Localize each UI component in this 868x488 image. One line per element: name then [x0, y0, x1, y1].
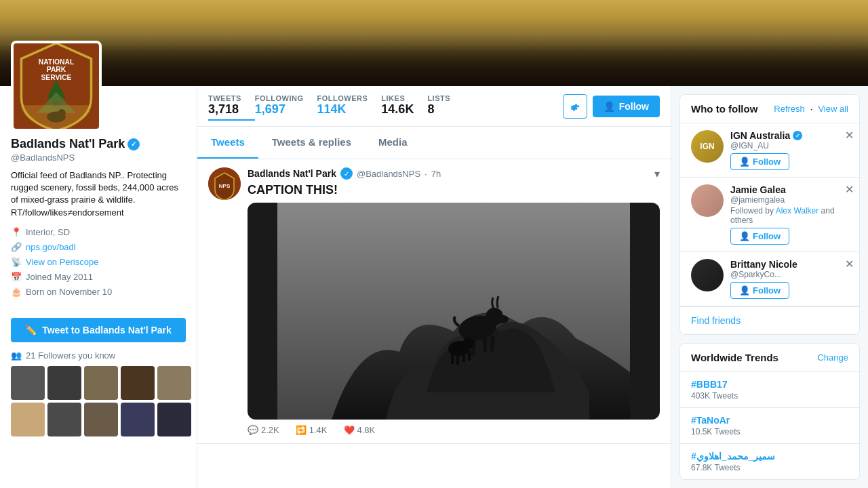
tweets-stat[interactable]: TWEETS 3,718 [208, 92, 255, 121]
trends-title: Worldwide Trends [691, 352, 778, 363]
alex-walker-link[interactable]: Alex Walker [776, 206, 819, 216]
app-container: NATIONAL PARK SERVICE [0, 0, 868, 488]
tweet-options-button[interactable]: ▾ [654, 167, 660, 180]
trend-item-arabic[interactable]: #سمير_محمد_اهلاوي 67.8K Tweets [680, 444, 859, 479]
lists-stat[interactable]: LISTS 8 [427, 92, 464, 121]
dismiss-ign-button[interactable]: ✕ [845, 129, 854, 142]
follower-thumb[interactable] [84, 366, 118, 400]
reply-icon: 💬 [248, 425, 258, 435]
find-friends-link[interactable]: Find friends [691, 315, 741, 326]
trend-item-bbb17[interactable]: #BBB17 403K Tweets [680, 372, 859, 408]
tweet-to-button[interactable]: ✏️ Tweet to Badlands Nat'l Park [11, 318, 186, 342]
tweet-text: CAPTION THIS! [248, 183, 660, 197]
profile-avatar: NATIONAL PARK SERVICE [11, 41, 102, 131]
brittany-name: Brittany Nicole [730, 259, 848, 270]
tweet-avatar-icon: NPS [208, 167, 241, 200]
follower-thumb[interactable] [121, 403, 155, 436]
view-all-link[interactable]: View all [818, 104, 848, 114]
location-icon: 📍 [11, 227, 22, 238]
who-to-follow-header: Who to follow Refresh · View all [680, 95, 859, 123]
profile-bio: Official feed of Badlands NP.. Protectin… [11, 169, 186, 219]
jamie-avatar[interactable] [691, 184, 724, 217]
svg-rect-22 [451, 353, 454, 364]
follower-thumb[interactable] [84, 403, 118, 436]
profile-info: Badlands Nat'l Park ✓ @BadlandsNPS Offic… [0, 131, 197, 310]
follower-thumb[interactable] [157, 403, 191, 436]
follow-suggestion-ign: IGN IGN Australia ✓ @IGN_AU 👤 Follow ✕ [680, 123, 859, 178]
followers-you-know: 👥 21 Followers you know [0, 350, 197, 436]
tab-tweets-replies[interactable]: Tweets & replies [258, 127, 365, 159]
birthday-icon: 🎂 [11, 287, 22, 298]
follower-thumb[interactable] [47, 403, 81, 436]
follow-main-button[interactable]: 👤 Follow [593, 96, 660, 117]
right-sidebar: Who to follow Refresh · View all IGN IGN… [671, 86, 868, 488]
link-icon: 🔗 [11, 242, 22, 253]
tweet-author-avatar[interactable]: NPS [208, 167, 241, 200]
follower-thumb[interactable] [11, 403, 45, 436]
tab-media[interactable]: Media [365, 127, 421, 159]
jamie-name: Jamie Galea [730, 184, 848, 195]
refresh-link[interactable]: Refresh [774, 104, 805, 114]
stats-bar: TWEETS 3,718 FOLLOWING 1,697 FOLLOWERS 1… [197, 86, 671, 127]
tweet-image[interactable] [248, 203, 660, 420]
brittany-handle: @SparkyCo... [730, 270, 848, 279]
svg-rect-23 [456, 354, 459, 365]
tweet-image-svg [248, 203, 660, 420]
birthday-item: 🎂 Born on November 10 [11, 287, 186, 298]
reply-action[interactable]: 💬 2.2K [248, 425, 279, 435]
brittany-avatar[interactable] [691, 259, 724, 291]
tab-tweets[interactable]: Tweets [197, 127, 258, 159]
trends-change-button[interactable]: Change [817, 352, 848, 363]
follow-jamie-button[interactable]: 👤 Follow [730, 228, 789, 245]
followers-stat[interactable]: FOLLOWERS 114K [317, 92, 382, 121]
trends-header: Worldwide Trends Change [680, 344, 859, 372]
who-to-follow-box: Who to follow Refresh · View all IGN IGN… [679, 94, 860, 335]
person-icon: 👥 [11, 350, 22, 361]
dismiss-brittany-button[interactable]: ✕ [845, 258, 854, 270]
follow-ign-button[interactable]: 👤 Follow [730, 153, 789, 170]
website-item[interactable]: 🔗 nps.gov/badl [11, 242, 186, 253]
tweet-header: Badlands Nat'l Park ✓ @BadlandsNPS · 7h … [248, 167, 660, 180]
follower-thumb[interactable] [47, 366, 81, 400]
verified-badge: ✓ [127, 138, 140, 150]
follower-thumb[interactable] [157, 366, 191, 400]
retweet-action[interactable]: 🔁 1.4K [296, 425, 328, 435]
retweet-icon: 🔁 [296, 425, 307, 435]
ign-avatar[interactable]: IGN [691, 130, 724, 163]
nps-logo-icon: NATIONAL PARK SERVICE [14, 41, 99, 131]
settings-button[interactable] [563, 94, 587, 119]
left-sidebar: NATIONAL PARK SERVICE [0, 86, 197, 488]
likes-stat[interactable]: LIKES 14.6K [381, 92, 427, 121]
svg-rect-24 [462, 352, 465, 362]
periscope-icon: 📡 [11, 257, 22, 268]
svg-point-21 [463, 338, 474, 348]
dismiss-jamie-button[interactable]: ✕ [845, 183, 854, 196]
jamie-info: Jamie Galea @jamiemgalea Followed by Ale… [730, 184, 848, 245]
svg-text:NATIONAL: NATIONAL [39, 58, 74, 66]
content-area: NATIONAL PARK SERVICE [0, 86, 868, 488]
jamie-sub: Followed by Alex Walker and others [730, 206, 848, 225]
follower-grid [11, 366, 186, 436]
find-friends: Find friends [680, 306, 859, 334]
like-action[interactable]: ❤️ 4.8K [344, 425, 376, 435]
follower-thumb[interactable] [121, 366, 155, 400]
tweet-body: Badlands Nat'l Park ✓ @BadlandsNPS · 7h … [248, 167, 660, 435]
follow-brittany-button[interactable]: 👤 Follow [730, 282, 789, 299]
following-stat[interactable]: FOLLOWING 1,697 [255, 92, 317, 121]
periscope-item[interactable]: 📡 View on Periscope [11, 257, 186, 268]
svg-point-15 [498, 315, 509, 323]
tweet-card: NPS Badlands Nat'l Park ✓ @BadlandsNPS ·… [197, 159, 671, 444]
who-to-follow-title: Who to follow [691, 103, 757, 115]
svg-text:NPS: NPS [219, 183, 231, 189]
main-content: TWEETS 3,718 FOLLOWING 1,697 FOLLOWERS 1… [197, 86, 671, 488]
joined-item: 📅 Joined May 2011 [11, 272, 186, 283]
trend-item-tanoar[interactable]: #TaNoAr 10.5K Tweets [680, 408, 859, 444]
ign-handle: @IGN_AU [730, 141, 848, 150]
display-name: Badlands Nat'l Park ✓ [11, 137, 186, 151]
calendar-icon: 📅 [11, 272, 22, 283]
ign-verified: ✓ [793, 131, 802, 140]
tweet-user-info: Badlands Nat'l Park ✓ @BadlandsNPS · 7h [248, 167, 441, 180]
svg-rect-18 [483, 336, 487, 352]
follower-thumb[interactable] [11, 366, 45, 400]
edit-icon: ✏️ [25, 325, 37, 336]
